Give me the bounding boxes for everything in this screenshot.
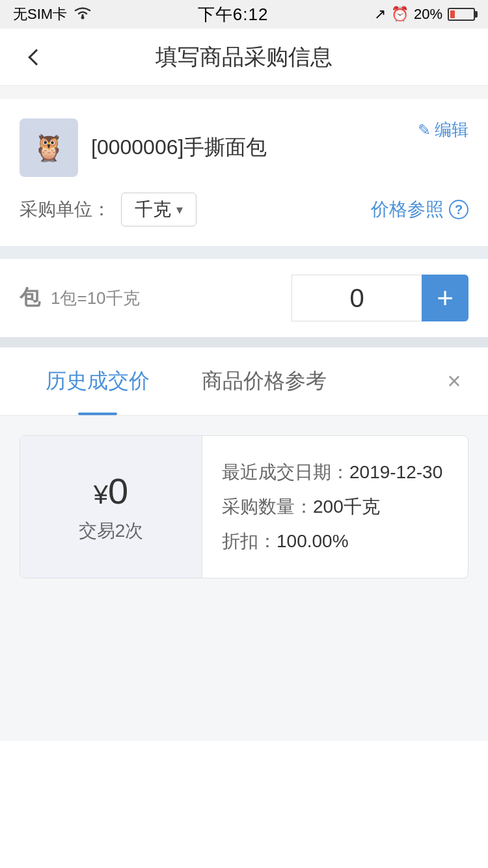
- quantity-control: +: [291, 275, 468, 321]
- nav-bar: 填写商品采购信息: [0, 29, 488, 86]
- quantity-plus-button[interactable]: +: [422, 275, 468, 321]
- status-bar: 无SIM卡 下午6:12 ↗ ⏰ 20%: [0, 0, 488, 29]
- back-arrow-icon: [28, 49, 44, 65]
- discount-label: 折扣：: [222, 531, 277, 551]
- unit-select[interactable]: 千克 ▾: [121, 193, 197, 226]
- discount-value: 100.00%: [277, 531, 349, 551]
- product-image-icon: 🦉: [33, 133, 65, 163]
- discount-row: 折扣：100.00%: [222, 528, 448, 554]
- product-id: [0000006]: [91, 135, 183, 159]
- status-right: ↗ ⏰ 20%: [374, 6, 475, 23]
- unit-info: 包 1包=10千克: [20, 284, 140, 312]
- page-title: 填写商品采购信息: [156, 42, 332, 72]
- section-divider: [0, 246, 488, 259]
- last-trade-date-row: 最近成交日期：2019-12-30: [222, 459, 448, 485]
- history-card-left: ¥0 交易2次: [20, 436, 202, 578]
- status-time: 下午6:12: [198, 3, 269, 26]
- signal-text: 无SIM卡: [13, 5, 67, 24]
- last-trade-date-label: 最近成交日期：: [222, 462, 349, 482]
- procurement-unit-label: 采购单位：: [20, 197, 111, 222]
- tabs-row: 历史成交价 商品价格参考 ×: [0, 347, 488, 415]
- procurement-left: 采购单位： 千克 ▾: [20, 193, 197, 226]
- trade-count: 交易2次: [79, 519, 144, 543]
- tab-price-ref-label: 商品价格参考: [202, 369, 327, 392]
- unit-label: 包: [20, 284, 40, 312]
- dropdown-arrow-icon: ▾: [176, 202, 183, 217]
- back-button[interactable]: [20, 43, 48, 72]
- price-ref-label: 价格参照: [371, 197, 444, 222]
- alarm-icon: ⏰: [391, 6, 409, 23]
- tab-price-reference[interactable]: 商品价格参考: [176, 347, 353, 415]
- currency-symbol: ¥: [94, 480, 108, 509]
- product-name: [0000006]手撕面包: [91, 133, 267, 162]
- last-trade-date-value: 2019-12-30: [349, 462, 442, 482]
- procurement-row: 采购单位： 千克 ▾ 价格参照 ?: [20, 193, 468, 226]
- gray-divider: [0, 337, 488, 347]
- tab-history-label: 历史成交价: [46, 369, 150, 392]
- price-display: ¥0: [94, 470, 128, 512]
- battery-percent: 20%: [414, 6, 442, 23]
- battery-icon: [448, 8, 475, 21]
- content-area: ¥0 交易2次 最近成交日期：2019-12-30 采购数量：200千克 折扣：…: [0, 416, 488, 741]
- history-card: ¥0 交易2次 最近成交日期：2019-12-30 采购数量：200千克 折扣：…: [20, 435, 468, 578]
- status-left: 无SIM卡: [13, 5, 92, 24]
- product-title: 手撕面包: [183, 135, 267, 159]
- product-thumbnail: 🦉: [20, 118, 78, 177]
- unit-equivalence: 1包=10千克: [51, 287, 140, 310]
- location-icon: ↗: [374, 6, 386, 23]
- quantity-row: 包 1包=10千克 +: [0, 259, 488, 337]
- tab-close-button[interactable]: ×: [440, 367, 468, 396]
- purchase-qty-value: 200千克: [313, 496, 380, 517]
- help-icon: ?: [449, 200, 468, 219]
- svg-point-0: [81, 16, 85, 20]
- purchase-qty-label: 采购数量：: [222, 496, 313, 517]
- bottom-space: [0, 741, 488, 868]
- product-card: 🦉 [0000006]手撕面包 ✎ 编辑 采购单位： 千克 ▾ 价格参照 ?: [0, 99, 488, 246]
- price-reference-button[interactable]: 价格参照 ?: [371, 197, 468, 222]
- unit-value: 千克: [135, 197, 171, 222]
- edit-label: 编辑: [435, 118, 468, 141]
- tab-history-price[interactable]: 历史成交价: [20, 347, 176, 415]
- purchase-qty-row: 采购数量：200千克: [222, 494, 448, 519]
- price-value: 0: [108, 470, 128, 511]
- history-card-right: 最近成交日期：2019-12-30 采购数量：200千克 折扣：100.00%: [202, 436, 468, 578]
- wifi-icon: [74, 5, 92, 23]
- product-left: 🦉 [0000006]手撕面包: [20, 118, 267, 177]
- quantity-input[interactable]: [291, 275, 422, 321]
- product-header: 🦉 [0000006]手撕面包 ✎ 编辑: [20, 118, 468, 177]
- tab-underline: [78, 413, 117, 415]
- close-icon: ×: [447, 368, 461, 395]
- edit-icon: ✎: [418, 121, 431, 139]
- edit-button[interactable]: ✎ 编辑: [418, 118, 468, 141]
- tabs-container: 历史成交价 商品价格参考 ×: [0, 347, 488, 416]
- battery-fill: [450, 10, 455, 18]
